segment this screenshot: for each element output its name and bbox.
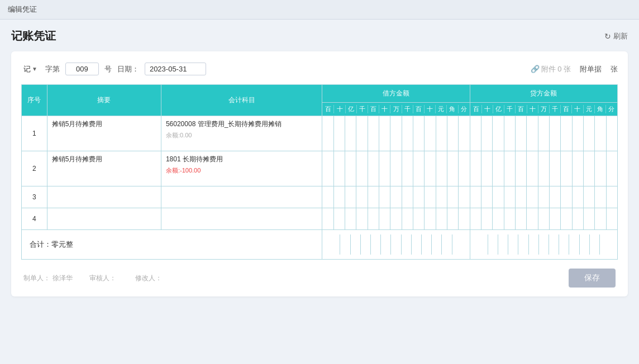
table-row: 4: [22, 208, 618, 230]
row-1-seq: 1: [22, 116, 47, 151]
row-4-summary[interactable]: [47, 208, 161, 230]
row-1-summary[interactable]: 摊销5月待摊费用: [47, 116, 161, 151]
attach-single-button[interactable]: 附单据: [580, 64, 602, 74]
col-credit-header: 贷方金额: [470, 85, 617, 103]
row-3-debit[interactable]: [322, 186, 470, 208]
row-2-seq: 2: [22, 151, 47, 186]
date-input[interactable]: [145, 63, 206, 75]
row-3-summary[interactable]: [47, 186, 161, 208]
reviewer-label: 审核人：: [89, 274, 116, 283]
title-bar-label: 编辑凭证: [8, 5, 37, 13]
total-value: 零元整: [51, 240, 73, 248]
voucher-number-input[interactable]: [65, 63, 99, 75]
attachment-label: 附件 0 张: [541, 64, 571, 74]
total-row: 合计：零元整: [22, 230, 618, 260]
row-3-credit[interactable]: [470, 186, 617, 208]
reviewer-field: 审核人：: [89, 274, 118, 283]
col-account-header: 会计科目: [161, 85, 322, 116]
table-header-row-1: 序号 摘要 会计科目 借方金额 贷方金额: [22, 85, 618, 103]
editor-label: 修改人：: [135, 274, 162, 283]
col-seq-header: 序号: [22, 85, 47, 116]
refresh-label: 刷新: [613, 31, 628, 41]
table-row: 2摊销5月待摊费用1801 长期待摊费用余额:-100.00: [22, 151, 618, 186]
chevron-down-icon: ▼: [32, 66, 37, 72]
debit-digits-header: 百 十 亿 千 百 十 万 千 百 十 元 角: [322, 103, 470, 116]
maker-label: 制单人：: [23, 274, 50, 283]
row-4-seq: 4: [22, 208, 47, 230]
attachment-icon: 🔗: [531, 65, 540, 73]
date-label: 日期：: [117, 64, 139, 74]
credit-digits-header: 百 十 亿 千 百 十 万 千 百 十 元 角: [470, 103, 617, 116]
row-2-account[interactable]: 1801 长期待摊费用余额:-100.00: [161, 151, 322, 186]
page-title: 记账凭证: [11, 28, 56, 44]
col-summary-header: 摘要: [47, 85, 161, 116]
type-label: 记: [23, 64, 31, 74]
page-container: 记账凭证 ↻ 刷新 记 ▼ 字第 号 日期： 🔗 附件 0 张 附单据 张: [0, 20, 639, 364]
maker-name: 徐泽华: [53, 274, 73, 283]
maker-field: 制单人： 徐泽华: [23, 274, 73, 283]
row-1-credit[interactable]: [470, 116, 617, 151]
field-label: 字第: [45, 64, 60, 74]
form-row: 记 ▼ 字第 号 日期： 🔗 附件 0 张 附单据 张: [21, 63, 618, 75]
refresh-icon: ↻: [604, 32, 611, 41]
attachment-link[interactable]: 🔗 附件 0 张: [531, 64, 571, 74]
voucher-table: 序号 摘要 会计科目 借方金额 贷方金额 百 十 亿 千: [21, 84, 618, 260]
row-3-seq: 3: [22, 186, 47, 208]
row-1-debit[interactable]: [322, 116, 470, 151]
voucher-card: 记 ▼ 字第 号 日期： 🔗 附件 0 张 附单据 张 序: [11, 51, 628, 296]
zhang-label: 张: [611, 64, 618, 74]
row-2-credit[interactable]: [470, 151, 617, 186]
table-row: 1摊销5月待摊费用56020008 管理费用_长期待摊费用摊销余额:0.00: [22, 116, 618, 151]
voucher-table-wrapper: 序号 摘要 会计科目 借方金额 贷方金额 百 十 亿 千: [21, 84, 618, 260]
row-3-account[interactable]: [161, 186, 322, 208]
refresh-button[interactable]: ↻ 刷新: [604, 31, 628, 41]
save-button[interactable]: 保存: [569, 269, 616, 288]
footer-row: 制单人： 徐泽华 审核人： 修改人： 保存: [21, 269, 618, 288]
row-4-credit[interactable]: [470, 208, 617, 230]
total-debit-cell: [322, 230, 470, 260]
type-select[interactable]: 记 ▼: [21, 63, 40, 75]
col-debit-header: 借方金额: [322, 85, 470, 103]
row-2-summary[interactable]: 摊销5月待摊费用: [47, 151, 161, 186]
attachment-area: 🔗 附件 0 张 附单据 张: [531, 64, 618, 74]
number-suffix: 号: [104, 64, 112, 74]
total-label: 合计：: [30, 240, 51, 248]
editor-field: 修改人：: [135, 274, 164, 283]
page-header: 记账凭证 ↻ 刷新: [11, 28, 628, 44]
total-cell: 合计：零元整: [22, 230, 322, 260]
row-4-account[interactable]: [161, 208, 322, 230]
title-bar: 编辑凭证: [0, 0, 639, 20]
row-4-debit[interactable]: [322, 208, 470, 230]
total-credit-cell: [470, 230, 617, 260]
row-2-debit[interactable]: [322, 151, 470, 186]
footer-info: 制单人： 徐泽华 审核人： 修改人：: [23, 274, 164, 283]
table-row: 3: [22, 186, 618, 208]
row-1-account[interactable]: 56020008 管理费用_长期待摊费用摊销余额:0.00: [161, 116, 322, 151]
